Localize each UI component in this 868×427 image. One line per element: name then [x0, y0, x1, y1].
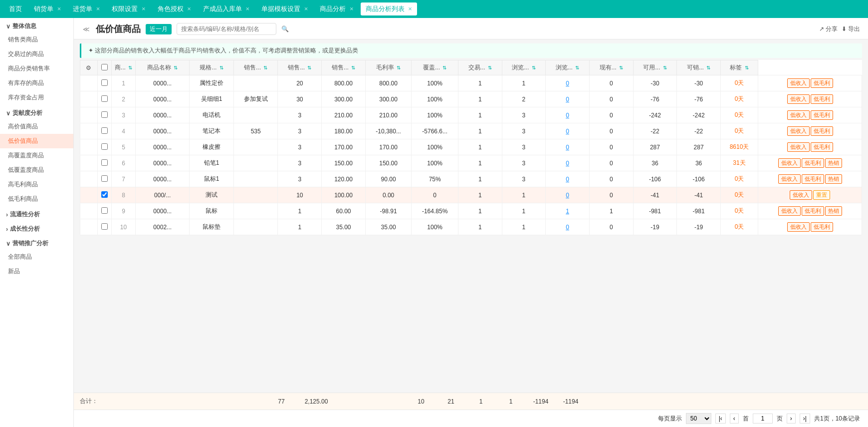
col-view2[interactable]: 浏览... ⇅: [546, 60, 590, 75]
share-button[interactable]: ↗ 分享: [819, 25, 838, 33]
row-checkbox-cell[interactable]: [97, 139, 111, 155]
row-settings-cell[interactable]: [80, 91, 98, 107]
sidebar-item-high-margin[interactable]: 高毛利商品: [0, 177, 73, 192]
col-available[interactable]: 可用... ⇅: [633, 60, 677, 75]
sidebar-item-all-goods[interactable]: 全部商品: [0, 250, 73, 264]
row-checkbox[interactable]: [101, 223, 108, 230]
col-sale-amt[interactable]: 销售... ⇅: [278, 60, 322, 75]
per-page-select[interactable]: 50 100 200: [686, 413, 711, 424]
row-checkbox[interactable]: [101, 95, 108, 102]
search-icon[interactable]: 🔍: [281, 25, 289, 32]
row-checkbox-cell[interactable]: [97, 107, 111, 123]
close-icon[interactable]: ×: [96, 5, 100, 12]
nav-tab-home[interactable]: 首页: [4, 2, 27, 15]
row-checkbox-cell[interactable]: [97, 171, 111, 187]
view1-link[interactable]: 0: [566, 144, 569, 151]
view1-link[interactable]: 0: [566, 112, 569, 119]
row-settings-cell[interactable]: [80, 219, 98, 235]
row-checkbox-cell[interactable]: [97, 187, 111, 203]
row-checkbox[interactable]: [101, 79, 108, 86]
select-all-checkbox[interactable]: [101, 64, 108, 70]
nav-tab-sales[interactable]: 销货单 ×: [29, 2, 66, 15]
col-trade[interactable]: 交易... ⇅: [458, 60, 502, 75]
row-checkbox-cell[interactable]: [97, 91, 111, 107]
sidebar-item-new-goods[interactable]: 新品: [0, 264, 73, 279]
view1-link[interactable]: 0: [566, 96, 569, 103]
close-icon[interactable]: ×: [408, 5, 412, 12]
row-settings-cell[interactable]: [80, 187, 98, 203]
close-icon[interactable]: ×: [350, 5, 354, 12]
col-checkbox[interactable]: [97, 60, 111, 75]
row-settings-cell[interactable]: [80, 171, 98, 187]
last-page-button[interactable]: ›|: [800, 414, 810, 424]
row-checkbox-cell[interactable]: [97, 219, 111, 235]
view1-link[interactable]: 0: [566, 192, 569, 199]
view1-link[interactable]: 0: [566, 224, 569, 231]
sidebar-item-category-rate[interactable]: 商品分类销售率: [0, 61, 73, 76]
nav-tab-template[interactable]: 单据模板设置 ×: [256, 2, 313, 15]
row-checkbox[interactable]: [101, 191, 108, 198]
row-checkbox[interactable]: [101, 175, 108, 182]
row-checkbox[interactable]: [101, 207, 108, 214]
sidebar-item-stock-capital[interactable]: 库存资金占用: [0, 90, 73, 105]
col-view1[interactable]: 浏览... ⇅: [502, 60, 546, 75]
first-page-button[interactable]: |‹: [715, 414, 726, 424]
close-icon[interactable]: ×: [304, 5, 308, 12]
close-icon[interactable]: ×: [57, 5, 61, 12]
row-settings-cell[interactable]: [80, 155, 98, 171]
col-stock[interactable]: 现有... ⇅: [589, 60, 633, 75]
sidebar-item-stock-goods[interactable]: 有库存的商品: [0, 76, 73, 90]
row-checkbox-cell[interactable]: [97, 155, 111, 171]
col-margin[interactable]: 毛利率 ⇅: [365, 60, 412, 75]
export-button[interactable]: ⬇ 导出: [842, 25, 860, 33]
col-spec[interactable]: 规格... ⇅: [190, 60, 234, 75]
row-settings-cell[interactable]: [80, 75, 98, 91]
close-icon[interactable]: ×: [187, 5, 191, 12]
row-settings-cell[interactable]: [80, 139, 98, 155]
close-icon[interactable]: ×: [142, 5, 146, 12]
row-checkbox[interactable]: [101, 127, 108, 134]
sidebar-item-low-value[interactable]: 低价值商品: [0, 134, 73, 148]
view1-link[interactable]: 0: [566, 128, 569, 135]
col-sale-qty[interactable]: 销售... ⇅: [233, 60, 278, 75]
close-icon[interactable]: ×: [246, 5, 250, 12]
nav-tab-purchase[interactable]: 进货单 ×: [68, 2, 105, 15]
row-checkbox-cell[interactable]: [97, 203, 111, 219]
sidebar-item-high-coverage[interactable]: 高覆盖度商品: [0, 148, 73, 163]
col-tags[interactable]: 标签 ⇅: [720, 60, 758, 75]
row-checkbox[interactable]: [101, 111, 108, 118]
page-input[interactable]: [753, 414, 773, 424]
row-settings-cell[interactable]: [80, 203, 98, 219]
col-coverage[interactable]: 覆盖... ⇅: [412, 60, 458, 75]
sidebar-group-growth[interactable]: › 成长性分析: [0, 221, 73, 235]
sidebar-group-flow[interactable]: › 流通性分析: [0, 206, 73, 221]
sidebar-collapse-button[interactable]: ≪: [82, 24, 91, 34]
col-name[interactable]: 商品名称 ⇅: [136, 60, 190, 75]
sidebar-item-traded-goods[interactable]: 交易过的商品: [0, 47, 73, 61]
nav-tab-role[interactable]: 角色授权 ×: [153, 2, 196, 15]
view1-link[interactable]: 0: [566, 176, 569, 183]
row-settings-cell[interactable]: [80, 123, 98, 139]
next-page-button[interactable]: ›: [787, 414, 796, 424]
sidebar-item-low-margin[interactable]: 低毛利商品: [0, 192, 73, 206]
row-checkbox[interactable]: [101, 159, 108, 166]
prev-page-button[interactable]: ‹: [730, 414, 739, 424]
sidebar-group-marketing[interactable]: ∨ 营销推广分析: [0, 235, 73, 250]
col-code[interactable]: 商... ⇅: [111, 60, 135, 75]
filter-tag-recent[interactable]: 近一月: [146, 24, 172, 34]
row-checkbox[interactable]: [101, 143, 108, 150]
search-input[interactable]: [177, 23, 276, 35]
row-checkbox-cell[interactable]: [97, 75, 111, 91]
sidebar-item-high-value[interactable]: 高价值商品: [0, 119, 73, 134]
col-sale-price[interactable]: 销售... ⇅: [322, 60, 366, 75]
nav-tab-permission[interactable]: 权限设置 ×: [107, 2, 150, 15]
nav-tab-inbound[interactable]: 产成品入库单 ×: [198, 2, 254, 15]
sidebar-item-sales-goods[interactable]: 销售类商品: [0, 32, 73, 47]
sidebar-group-contribution[interactable]: ∨ 贡献度分析: [0, 105, 73, 119]
nav-tab-analysis[interactable]: 商品分析 ×: [315, 2, 358, 15]
nav-tab-analysis-list[interactable]: 商品分析列表 ×: [361, 2, 417, 15]
view1-link[interactable]: 0: [566, 80, 569, 87]
view1-link[interactable]: 0: [566, 160, 569, 167]
col-settings[interactable]: ⚙: [80, 60, 98, 75]
row-settings-cell[interactable]: [80, 107, 98, 123]
